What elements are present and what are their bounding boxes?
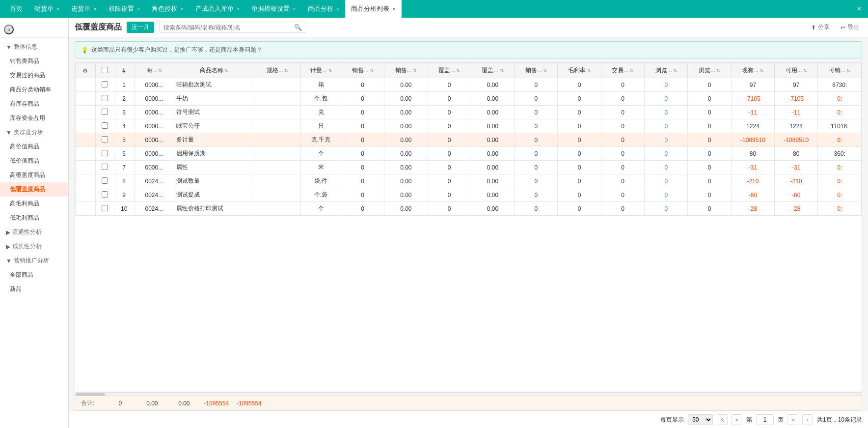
table-cell: 0024... [134,174,174,188]
sidebar-section-cluster[interactable]: ▼ 类群度分析 [0,125,68,140]
close-icon[interactable]: × [293,6,296,12]
sidebar-collapse-button[interactable]: « [4,25,14,34]
row-checkbox[interactable] [102,164,108,170]
sidebar-item-new-goods[interactable]: 新品 [0,282,68,296]
close-icon[interactable]: × [336,6,339,12]
row-checkbox[interactable] [102,81,108,87]
nav-analysis-list[interactable]: 商品分析列表 × [345,0,401,18]
row-checkbox[interactable] [102,177,108,184]
table-cell [254,174,301,188]
browse-link[interactable]: 0 [664,205,668,212]
table-cell: 0 [601,119,644,133]
sidebar-section-overview[interactable]: ▼ 整体信息 [0,40,68,54]
horizontal-scrollbar[interactable] [75,392,862,396]
sidebar-item-low-value[interactable]: 低价值商品 [0,154,68,168]
browse-link[interactable]: 0 [664,95,668,102]
sidebar-item-traded-goods[interactable]: 交易过的商品 [0,68,68,83]
nav-purchase-order[interactable]: 进货单 × [65,0,102,18]
table-cell: 0 [428,106,471,119]
browse-link[interactable]: 0 [664,137,668,143]
sidebar-section-circulation[interactable]: ▶ 流通性分析 [0,225,68,239]
close-all-button[interactable]: × [854,4,864,14]
table-header-unit[interactable]: 计量...⇅ [301,63,341,78]
table-cell: 0.00 [384,188,428,202]
table-header-spec[interactable]: 规格...⇅ [254,63,301,78]
sidebar-item-high-margin[interactable]: 高毛利商品 [0,197,68,211]
table-header-name[interactable]: 商品名称⇅ [174,63,254,78]
table-cell: 只 [301,119,341,133]
table-header-sales-amount[interactable]: 销售...⇅ [384,63,428,78]
table-header-trade[interactable]: 交易...⇅ [601,63,644,78]
table-header-current[interactable]: 现有...⇅ [731,63,774,78]
row-checkbox[interactable] [102,205,108,211]
table-header-checkbox[interactable] [95,63,114,78]
sidebar-item-category-rate[interactable]: 商品分类动销率 [0,83,68,97]
sidebar-item-low-margin[interactable]: 低毛利商品 [0,211,68,225]
nav-template-settings[interactable]: 单据模板设置 × [245,0,301,18]
row-checkbox[interactable] [102,150,108,156]
row-checkbox[interactable] [102,122,108,129]
nav-sales-order[interactable]: 销货单 × [28,0,65,18]
browse-link[interactable]: 0 [664,164,668,171]
nav-role-auth[interactable]: 角色授权 × [146,0,189,18]
date-filter-button[interactable]: 近一月 [127,22,154,33]
table-cell: 属性 [174,161,254,174]
next-page-button[interactable]: > [787,414,798,425]
row-checkbox[interactable] [102,109,108,115]
table-header-available[interactable]: 可用...⇅ [775,63,818,78]
table-header-sales-qty[interactable]: 销售...⇅ [341,63,384,78]
table-cell: 0.00 [384,161,428,174]
row-checkbox[interactable] [102,136,108,143]
browse-link[interactable]: 0 [664,178,668,185]
table-header-sales3[interactable]: 销售...⇅ [515,63,558,78]
close-icon[interactable]: × [56,6,59,12]
nav-product-analysis[interactable]: 商品分析 × [302,0,345,18]
sidebar-item-stock-capital[interactable]: 库存资金占用 [0,111,68,125]
close-icon[interactable]: × [137,6,140,12]
row-checkbox[interactable] [102,191,108,198]
browse-link[interactable]: 0 [664,192,668,199]
sidebar-item-all-goods[interactable]: 全部商品 [0,268,68,282]
browse-link[interactable]: 0 [664,109,668,116]
browse-link[interactable]: 0 [664,82,668,88]
content-area: 低覆盖度商品 近一月 🔍 ⬆ 分享 ↩ 导出 💡 这类商品只有很少客户购买过，是… [69,18,868,428]
close-icon[interactable]: × [237,6,240,12]
sidebar-item-low-coverage[interactable]: 低覆盖度商品 [0,182,68,197]
per-page-select[interactable]: 50 100 200 [688,414,713,425]
table-header-browse2[interactable]: 浏览...⇅ [688,63,731,78]
search-icon[interactable]: 🔍 [294,24,302,31]
export-button[interactable]: ↩ 导出 [838,22,862,33]
share-button[interactable]: ⬆ 分享 [808,22,833,33]
close-icon[interactable]: × [93,6,96,12]
close-icon[interactable]: × [180,6,183,12]
browse-link[interactable]: 0 [664,150,668,157]
table-header-coverage2[interactable]: 覆盖...⇅ [471,63,514,78]
table-cell: 0 [601,92,644,106]
first-page-button[interactable]: K [717,414,728,425]
nav-home[interactable]: 首页 [4,0,28,18]
last-page-button[interactable]: › [802,414,813,425]
table-header-sellable[interactable]: 可销...⇅ [818,63,862,78]
sidebar-item-stock-goods[interactable]: 有库存商品 [0,97,68,111]
prev-page-button[interactable]: < [732,414,742,425]
sidebar-item-sales-goods[interactable]: 销售类商品 [0,54,68,68]
table-header-coverage1[interactable]: 覆盖...⇅ [428,63,471,78]
row-checkbox[interactable] [102,95,108,101]
sidebar-section-growth[interactable]: ▶ 成长性分析 [0,239,68,254]
data-table-wrapper[interactable]: ⚙ # 商...⇅ 商品名称⇅ 规格...⇅ [75,62,862,392]
sidebar-item-high-coverage[interactable]: 高覆盖度商品 [0,168,68,182]
table-header-gross[interactable]: 毛利率⇅ [558,63,601,78]
select-all-checkbox[interactable] [102,67,108,73]
page-number-input[interactable] [756,414,774,425]
browse-link[interactable]: 0 [664,123,668,130]
close-icon[interactable]: × [392,6,395,12]
nav-permissions[interactable]: 权限设置 × [103,0,146,18]
table-cell: 10 [114,202,134,216]
table-header-gear[interactable]: ⚙ [76,63,96,78]
search-input[interactable] [163,24,294,31]
sidebar-section-marketing[interactable]: ▼ 营销推广分析 [0,254,68,268]
sidebar-item-high-value[interactable]: 高价值商品 [0,140,68,154]
table-header-code[interactable]: 商...⇅ [134,63,174,78]
table-header-browse1[interactable]: 浏览...⇅ [645,63,688,78]
nav-product-inbound[interactable]: 产成品入库单 × [190,0,245,18]
